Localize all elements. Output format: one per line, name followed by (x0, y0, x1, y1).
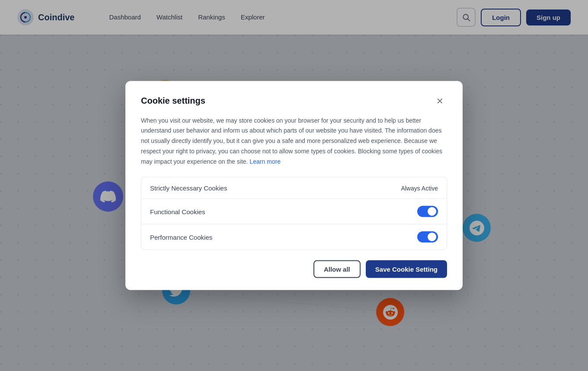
functional-toggle[interactable] (417, 206, 438, 217)
performance-cookies-label: Performance Cookies (150, 233, 212, 241)
performance-toggle-slider (417, 231, 438, 243)
cookie-row-strictly-necessary: Strictly Necessary Cookies Always Active (141, 178, 447, 199)
modal-body: When you visit our website, we may store… (141, 115, 447, 167)
cookie-settings-modal: Cookie settings ✕ When you visit our web… (125, 81, 463, 290)
always-active-status: Always Active (401, 184, 438, 191)
learn-more-link[interactable]: Learn more (249, 158, 281, 165)
modal-close-button[interactable]: ✕ (433, 95, 447, 107)
cookie-row-performance: Performance Cookies (141, 225, 447, 250)
functional-toggle-slider (417, 206, 438, 217)
cookie-table: Strictly Necessary Cookies Always Active… (141, 177, 447, 250)
modal-title: Cookie settings (141, 96, 205, 106)
performance-toggle[interactable] (417, 231, 438, 243)
functional-cookies-label: Functional Cookies (150, 208, 205, 215)
modal-footer: Allow all Save Cookie Setting (141, 260, 447, 278)
allow-all-button[interactable]: Allow all (313, 260, 361, 278)
save-cookie-button[interactable]: Save Cookie Setting (366, 260, 447, 278)
strictly-necessary-label: Strictly Necessary Cookies (150, 184, 227, 192)
cookie-row-functional: Functional Cookies (141, 199, 447, 225)
modal-header: Cookie settings ✕ (141, 95, 447, 107)
